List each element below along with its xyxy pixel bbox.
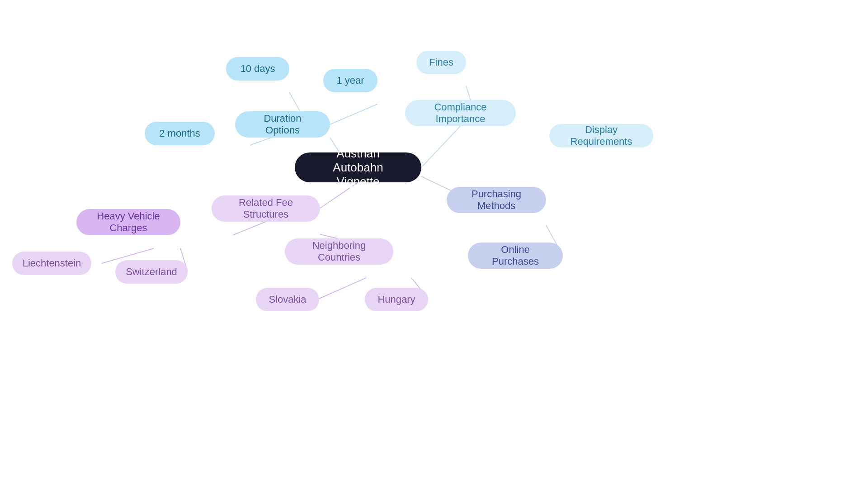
fines-node: Fines xyxy=(416,51,466,74)
display-requirements-node: Display Requirements xyxy=(549,124,653,147)
neighboring-countries-node: Neighboring Countries xyxy=(285,238,393,265)
svg-line-13 xyxy=(232,222,266,235)
svg-line-4 xyxy=(421,126,460,167)
svg-line-11 xyxy=(319,278,366,299)
duration-options-node: Duration Options xyxy=(235,111,330,138)
two-months-node: 2 months xyxy=(145,122,215,145)
purchasing-methods-node: Purchasing Methods xyxy=(447,187,546,213)
heavy-vehicle-node: Heavy Vehicle Charges xyxy=(76,209,180,235)
related-fee-node: Related Fee Structures xyxy=(212,195,320,222)
center-node: Austrian Autobahn Vignette xyxy=(295,152,421,182)
ten-days-node: 10 days xyxy=(226,57,289,81)
one-year-node: 1 year xyxy=(323,69,377,92)
hungary-node: Hungary xyxy=(365,288,428,311)
switzerland-node: Switzerland xyxy=(115,260,188,284)
compliance-node: Compliance Importance xyxy=(405,100,516,126)
online-purchases-node: Online Purchases xyxy=(468,243,563,269)
liechtenstein-node: Liechtenstein xyxy=(12,252,91,275)
svg-line-2 xyxy=(330,104,377,124)
slovakia-node: Slovakia xyxy=(256,288,319,311)
